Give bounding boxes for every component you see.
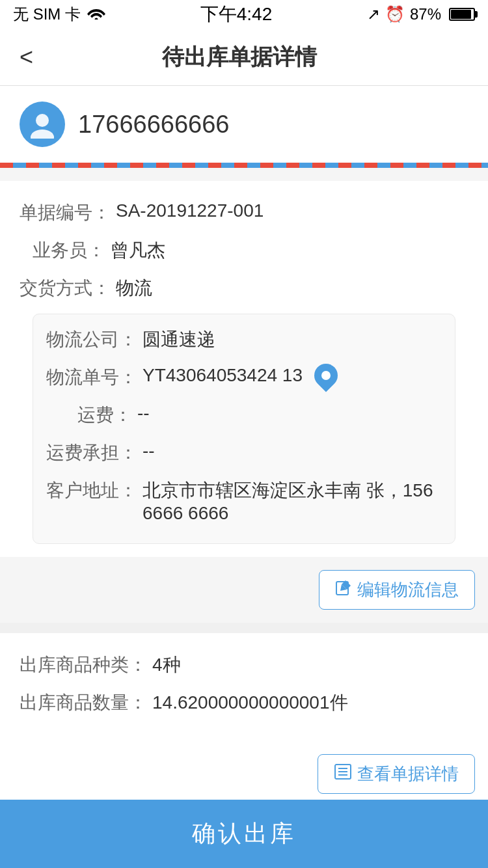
goods-types-row: 出库商品种类： 4种 [20,653,468,677]
confirm-bar[interactable]: 确认出库 [0,800,488,868]
back-button[interactable]: < [20,44,33,71]
location-icon[interactable] [309,359,342,392]
edit-icon [335,579,352,601]
salesperson-value: 曾凡杰 [111,238,468,263]
freight-bearer-label: 运费承担： [46,441,142,465]
freight-row: 运费： -- [46,403,442,427]
status-bar: 无 SIM 卡 下午4:42 ↗ ⏰ 87% [0,0,488,29]
address-value: 北京市市辖区海淀区永丰南 张，156 6666 6666 [142,478,442,524]
tracking-number-row: 物流单号： YT43064053424 13 [46,365,442,390]
doc-number-value: SA-20191227-001 [116,200,468,221]
status-time: 下午4:42 [200,2,273,27]
dashed-divider [0,163,488,168]
edit-logistics-label: 编辑物流信息 [357,578,459,601]
view-details-area: 查看单据详情 [0,741,488,807]
battery-icon [449,8,475,21]
status-right: ↗ ⏰ 87% [367,5,475,23]
view-details-button[interactable]: 查看单据详情 [318,754,475,794]
customer-avatar [20,102,65,147]
delivery-value: 物流 [116,276,468,301]
logistics-company-label: 物流公司： [46,327,142,352]
page-title: 待出库单据详情 [46,42,432,72]
salesperson-row: 业务员： 曾凡杰 [20,238,468,263]
logistics-company-row: 物流公司： 圆通速递 [46,327,442,352]
svg-point-2 [31,129,54,139]
nav-bar: < 待出库单据详情 [0,29,488,86]
delivery-label: 交货方式： [20,276,116,301]
address-label: 客户地址： [46,478,142,503]
goods-quantity-row: 出库商品数量： 14.620000000000001件 [20,690,468,715]
tracking-value: YT43064053424 13 [142,365,442,388]
address-row: 客户地址： 北京市市辖区海淀区永丰南 张，156 6666 6666 [46,478,442,524]
freight-label: 运费： [46,403,137,427]
doc-number-label: 单据编号： [20,200,116,225]
svg-point-0 [95,18,98,20]
logistics-company-value: 圆通速递 [142,327,442,352]
view-details-label: 查看单据详情 [357,763,459,785]
battery-label: 87% [410,5,441,23]
carrier-label: 无 SIM 卡 [13,4,81,25]
list-icon [334,763,352,785]
alarm-icon: ⏰ [385,5,405,23]
section-divider [0,623,488,633]
goods-types-label: 出库商品种类： [20,653,152,677]
status-left: 无 SIM 卡 [13,4,105,25]
doc-number-row: 单据编号： SA-20191227-001 [20,200,468,225]
goods-quantity-value: 14.620000000000001件 [152,690,468,715]
edit-logistics-area: 编辑物流信息 [0,557,488,623]
wifi-icon [87,5,105,23]
goods-quantity-label: 出库商品数量： [20,690,152,715]
delivery-row: 交货方式： 物流 [20,276,468,301]
svg-point-1 [36,114,49,127]
freight-bearer-row: 运费承担： -- [46,441,442,465]
document-info-section: 单据编号： SA-20191227-001 业务员： 曾凡杰 交货方式： 物流 … [0,181,488,557]
goods-section: 出库商品种类： 4种 出库商品数量： 14.620000000000001件 [0,633,488,741]
salesperson-label: 业务员： [20,238,111,263]
battery-fill [451,10,471,19]
goods-types-value: 4种 [152,653,468,677]
freight-bearer-value: -- [142,441,442,461]
customer-header: 17666666666 [0,86,488,163]
location-status-icon: ↗ [367,5,380,23]
edit-logistics-button[interactable]: 编辑物流信息 [319,570,475,610]
confirm-button-label: 确认出库 [192,820,296,847]
logistics-card: 物流公司： 圆通速递 物流单号： YT43064053424 13 运费： --… [33,314,455,544]
freight-value: -- [137,403,442,424]
tracking-label: 物流单号： [46,365,142,390]
customer-phone: 17666666666 [78,111,229,139]
